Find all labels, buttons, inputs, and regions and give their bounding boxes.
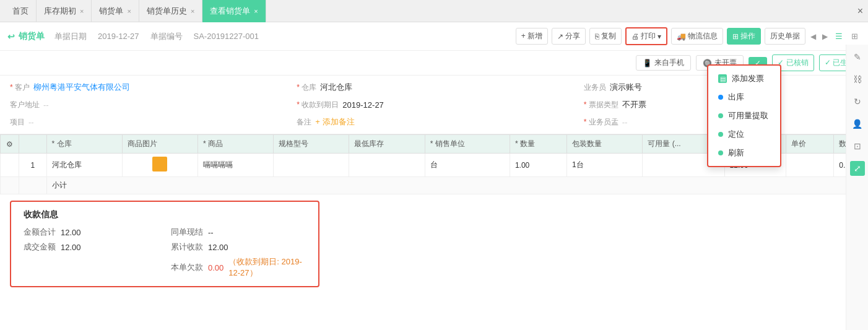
doc-header: ↩ 销货单 单据日期 2019-12-27 单据编号 SA-20191227-0… <box>0 22 868 51</box>
summary-box: 收款信息 金额合计 12.00 成交金额 12.00 同单现结 -- <box>10 201 319 287</box>
balance-suffix[interactable]: （收款到期日: 2019-12-27） <box>228 256 306 279</box>
sidebar-link-icon[interactable]: ⛓ <box>850 72 865 87</box>
history-button[interactable]: 历史单据 <box>765 28 805 45</box>
date-label: 单据日期 <box>54 31 87 42</box>
ticket-type-value: 不开票 <box>622 99 646 110</box>
customer-value[interactable]: 柳州粤港平安气体有限公司 <box>33 82 130 93</box>
close-tab-view[interactable]: × <box>254 7 258 15</box>
dropdown-outbound[interactable]: 出库 <box>708 88 780 106</box>
subtotal-label: 小计 <box>46 177 867 194</box>
payment-date-row: 收款到期日 2019-12-27 <box>297 99 571 110</box>
view-list-icon[interactable]: ☰ <box>833 30 845 42</box>
view-grid-icon[interactable]: ⊞ <box>849 30 861 42</box>
logistics-button[interactable]: 🚚 物流信息 <box>671 28 723 45</box>
close-tab-inventory[interactable]: × <box>80 7 84 15</box>
warehouse-value: 河北仓库 <box>320 82 352 93</box>
remark-row: 备注 + 添加备注 <box>297 116 571 128</box>
customer-label: 客户 <box>10 82 30 93</box>
row-quantity: 1.00 <box>510 154 566 177</box>
warehouse-row: 仓库 河北仓库 <box>297 82 571 93</box>
tab-bar: 首页 库存期初 × 销货单 × 销货单历史 × 查看销货单 × × <box>0 0 868 22</box>
dropdown-refresh[interactable]: 刷新 <box>708 144 780 162</box>
global-close-button[interactable]: × <box>857 6 863 17</box>
row-image <box>122 154 197 177</box>
gear-column-header[interactable]: ⚙ <box>1 135 19 154</box>
staff-value: 演示账号 <box>610 82 642 93</box>
same-order-label: 同单现结 <box>171 227 203 238</box>
total-amount-row: 金额合计 12.00 <box>24 227 158 238</box>
tab-inventory-init[interactable]: 库存期初 × <box>37 0 92 22</box>
doc-meta: 单据日期 2019-12-27 单据编号 SA-20191227-001 <box>54 31 260 42</box>
project-value: -- <box>28 118 34 127</box>
row-gear[interactable] <box>1 154 19 177</box>
nav-next[interactable]: ▶ <box>821 32 829 41</box>
row-pack-qty: 1台 <box>567 154 643 177</box>
number-value: SA-20191227-001 <box>194 32 259 41</box>
copy-button[interactable]: ⎘ 复制 <box>589 28 622 45</box>
new-button[interactable]: + 新增 <box>516 28 548 45</box>
total-receipt-row: 累计收款 12.00 <box>171 241 306 253</box>
balance-label: 本单欠款 <box>171 262 203 273</box>
print-dropdown-arrow: ▾ <box>658 32 661 41</box>
nav-prev[interactable]: ◀ <box>809 32 817 41</box>
sidebar-user-icon[interactable]: 👤 <box>850 116 865 131</box>
row-product: 嗝嗝嗝嗝 <box>197 154 273 177</box>
row-min-stock <box>349 154 425 177</box>
sidebar-rotate-icon[interactable]: ↻ <box>850 94 865 109</box>
quantity-column-header: * 数量 <box>510 135 566 154</box>
balance-value: 0.00 <box>208 263 224 272</box>
operation-icon: ⊞ <box>732 32 739 41</box>
tab-view-sales[interactable]: 查看销货单 × <box>202 0 266 22</box>
doc-icon: ↩ <box>7 32 15 41</box>
staff-label: 业务员 <box>584 82 606 93</box>
share-button[interactable]: ↗ 分享 <box>552 28 586 45</box>
date-value: 2019-12-27 <box>98 32 139 41</box>
pack-qty-column-header: 包装数量 <box>567 135 643 154</box>
from-phone-button[interactable]: 📱 来自手机 <box>636 55 691 71</box>
product-column-header: * 商品 <box>197 135 273 154</box>
row-spec <box>274 154 349 177</box>
tab-home[interactable]: 首页 <box>5 0 37 22</box>
truck-icon: 🚚 <box>677 32 686 41</box>
total-amount-label: 金额合计 <box>24 227 56 238</box>
salesperson-value: -- <box>622 118 628 127</box>
close-tab-history[interactable]: × <box>191 7 194 15</box>
payment-date-value: 2019-12-27 <box>342 100 384 110</box>
add-remark-button[interactable]: + 添加备注 <box>315 116 354 128</box>
row-sales-unit: 台 <box>425 154 510 177</box>
payment-date-label: 收款到期日 <box>297 100 339 110</box>
tab-sales-history[interactable]: 销货单历史 × <box>139 0 202 22</box>
dropdown-add-invoice[interactable]: ▤ 添加发票 <box>708 69 780 88</box>
summary-right: 同单现结 -- 累计收款 12.00 本单欠款 0.00 （收款到期日: 201… <box>171 227 306 279</box>
total-receipt-label: 累计收款 <box>171 241 203 253</box>
subtotal-row: 小计 <box>1 177 868 194</box>
close-tab-sales[interactable]: × <box>127 7 131 15</box>
locate-dot-icon <box>718 132 723 137</box>
min-stock-column-header: 最低库存 <box>349 135 425 154</box>
operation-button[interactable]: ⊞ 操作 <box>727 28 761 45</box>
sidebar-expand-icon[interactable]: ⤢ <box>850 161 865 176</box>
deal-amount-value: 12.00 <box>61 243 81 252</box>
number-label: 单据编号 <box>150 31 183 42</box>
dropdown-available-qty[interactable]: 可用量提取 <box>708 106 780 125</box>
warehouse-label: 仓库 <box>297 82 316 93</box>
balance-row: 本单欠款 0.00 （收款到期日: 2019-12-27） <box>171 256 306 279</box>
project-label: 项目 <box>10 117 25 128</box>
deal-amount-label: 成交金额 <box>24 241 56 253</box>
sidebar-star-icon[interactable]: ⊡ <box>850 139 865 154</box>
print-icon: 🖨 <box>631 32 639 41</box>
sales-unit-column-header: * 销售单位 <box>425 135 510 154</box>
spec-column-header: 规格型号 <box>274 135 349 154</box>
address-value: -- <box>43 100 49 110</box>
dropdown-locate[interactable]: 定位 <box>708 125 780 144</box>
tab-sales-order[interactable]: 销货单 × <box>92 0 139 22</box>
deal-amount-row: 成交金额 12.00 <box>24 241 158 253</box>
sidebar-edit-icon[interactable]: ✎ <box>850 50 865 64</box>
print-button[interactable]: 🖨 打印 ▾ <box>625 27 667 45</box>
row-warehouse: 河北仓库 <box>46 154 122 177</box>
total-receipt-value: 12.00 <box>208 243 228 252</box>
doc-actions: + 新增 ↗ 分享 ⎘ 复制 🖨 打印 ▾ 🚚 物流信息 <box>516 27 861 45</box>
unit-price-column-header: 单价 <box>786 135 834 154</box>
summary-grid: 金额合计 12.00 成交金额 12.00 同单现结 -- 累计收款 <box>24 227 306 279</box>
num-column-header <box>19 135 47 154</box>
